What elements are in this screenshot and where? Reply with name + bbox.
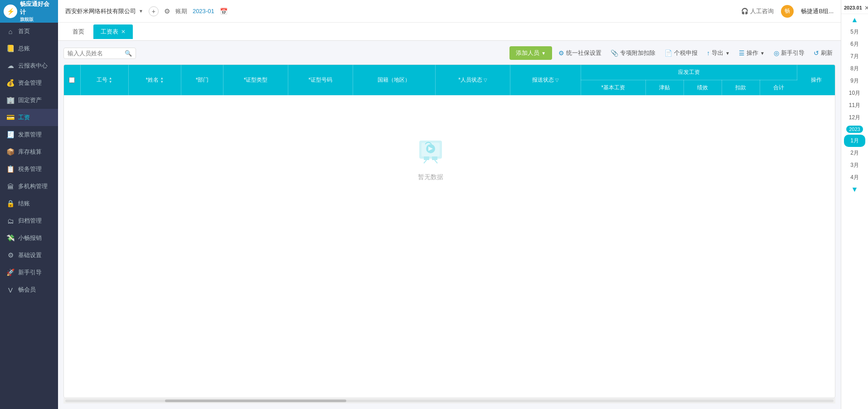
header-right: 🎧 人工咨询 畅 畅捷通B组... — [741, 5, 834, 18]
sidebar-label-assets: 固定资产 — [18, 96, 42, 104]
sidebar-item-archive[interactable]: 🗂 归档管理 — [0, 212, 58, 229]
sidebar-item-settings[interactable]: ⚙ 基础设置 — [0, 247, 58, 264]
tab-home[interactable]: 首页 — [65, 24, 92, 39]
export-label: 导出 — [712, 49, 723, 57]
support-button[interactable]: 🎧 人工咨询 — [741, 7, 774, 15]
sidebar-item-ledger[interactable]: 📒 总账 — [0, 40, 58, 57]
sidebar-item-multi-org[interactable]: 🏛 多机构管理 — [0, 178, 58, 195]
calendar-month-9[interactable]: 9月 — [841, 75, 868, 87]
sidebar-label-inventory: 库存核算 — [18, 148, 42, 156]
operations-button[interactable]: ☰ 操作 ▼ — [736, 47, 767, 59]
special-deduction-button[interactable]: 📎 专项附加扣除 — [608, 47, 658, 59]
tax-icon: 📋 — [6, 165, 15, 173]
personal-tax-label: 个税申报 — [674, 49, 698, 57]
guide-icon: 🚀 — [6, 268, 15, 277]
sidebar-item-invoice[interactable]: 🧾 发票管理 — [0, 126, 58, 143]
home-icon: ⌂ — [6, 28, 15, 35]
tab-close-icon[interactable]: ✕ — [121, 29, 126, 35]
export-chevron-icon: ▼ — [725, 51, 730, 56]
company-selector[interactable]: 西安虾米网络科技有限公司 ▼ — [65, 7, 143, 15]
calendar-month-3[interactable]: 3月 — [841, 159, 868, 171]
svg-rect-4 — [424, 156, 429, 160]
add-person-button[interactable]: 添加人员 ▼ — [509, 46, 552, 60]
calendar-year-badge[interactable]: 2023 — [846, 126, 863, 133]
calendar-month-2[interactable]: 2月 — [841, 147, 868, 159]
sidebar-item-expense[interactable]: 💸 小畅报销 — [0, 229, 58, 247]
refresh-button[interactable]: ↺ 刷新 — [811, 47, 835, 59]
social-settings-button[interactable]: ⚙ 统一社保设置 — [556, 47, 604, 59]
sidebar-label-invoice: 发票管理 — [18, 131, 42, 139]
calendar-month-4[interactable]: 4月 — [841, 171, 868, 184]
sidebar-item-checkout[interactable]: 🔒 结账 — [0, 195, 58, 212]
sidebar-item-member[interactable]: V 畅会员 — [0, 281, 58, 298]
deduction-icon: 📎 — [611, 49, 618, 57]
data-table-wrap: 工号 ▲▼ *姓名 ▲▼ *部门 — [63, 64, 835, 398]
refresh-label: 刷新 — [821, 49, 833, 57]
sidebar-item-inventory[interactable]: 📦 库存核算 — [0, 143, 58, 161]
personal-tax-button[interactable]: 📄 个税申报 — [662, 47, 700, 59]
cloud-icon: ☁ — [6, 62, 15, 70]
calendar-up-nav[interactable]: ▲ — [849, 14, 860, 26]
period-label: 账期 — [175, 7, 187, 15]
select-all-checkbox[interactable] — [69, 77, 75, 83]
sidebar-item-payroll[interactable]: 💳 工资 — [0, 109, 58, 126]
sidebar: ⚡ 畅应通好会计 旗舰版 ⌂ 首页 📒 总账 ☁ 云报表中心 💰 资金管理 🏢 … — [0, 0, 58, 409]
content-area: 🔍 添加人员 ▼ ⚙ 统一社保设置 📎 专项附加扣除 📄 个税申报 — [58, 41, 841, 409]
social-settings-label: 统一社保设置 — [566, 49, 601, 57]
user-avatar: 畅 — [781, 5, 794, 18]
settings-gear-icon[interactable]: ⚙ — [164, 7, 170, 15]
search-input[interactable] — [68, 50, 122, 57]
sidebar-label-ledger: 总账 — [18, 44, 30, 53]
horizontal-scrollbar[interactable] — [63, 398, 835, 404]
sidebar-item-cloud-report[interactable]: ☁ 云报表中心 — [0, 57, 58, 74]
person-status-filter-icon[interactable]: ▽ — [484, 78, 487, 83]
calendar-month-10[interactable]: 10月 — [841, 87, 868, 99]
calendar-month-11[interactable]: 11月 — [841, 99, 868, 112]
user-name[interactable]: 畅捷通B组... — [801, 7, 834, 15]
calendar-month-7[interactable]: 7月 — [841, 50, 868, 63]
calendar-month-1[interactable]: 1月 — [844, 135, 865, 147]
company-name: 西安虾米网络科技有限公司 — [65, 7, 136, 15]
calendar-month-6[interactable]: 6月 — [841, 38, 868, 50]
close-panel-button[interactable]: ✕ — [862, 3, 868, 13]
app-logo: ⚡ 畅应通好会计 旗舰版 — [0, 0, 58, 23]
social-icon: ⚙ — [558, 49, 564, 57]
guide-label: 新手引导 — [781, 49, 805, 57]
period-value[interactable]: 2023-01 — [193, 8, 214, 15]
scrollbar-thumb[interactable] — [165, 399, 346, 402]
guide-button[interactable]: ◎ 新手引导 — [771, 47, 807, 59]
sidebar-item-assets[interactable]: 🏢 固定资产 — [0, 92, 58, 109]
search-wrap[interactable]: 🔍 — [63, 48, 136, 59]
empty-text: 暂无数据 — [418, 173, 443, 181]
th-ops: 操作 — [797, 65, 835, 95]
add-company-button[interactable]: + — [149, 6, 159, 16]
th-cert-type: *证型类型 — [223, 65, 288, 95]
th-payable-group: 应发工资 — [581, 65, 797, 80]
add-chevron-icon: ▼ — [541, 51, 546, 56]
special-deduction-label: 专项附加扣除 — [620, 49, 655, 57]
calendar-month-8[interactable]: 8月 — [841, 63, 868, 75]
app-name: 畅应通好会计 — [20, 0, 54, 16]
payroll-table: 工号 ▲▼ *姓名 ▲▼ *部门 — [64, 65, 835, 218]
th-name: *姓名 ▲▼ — [128, 65, 181, 95]
tab-bar: 首页 工资表 ✕ — [58, 23, 841, 41]
ledger-icon: 📒 — [6, 44, 15, 53]
add-person-label: 添加人员 — [516, 49, 539, 57]
calendar-down-nav[interactable]: ▼ — [849, 184, 860, 195]
th-deduction: 扣款 — [722, 80, 760, 96]
search-icon: 🔍 — [125, 50, 132, 57]
submit-status-filter-icon[interactable]: ▽ — [555, 78, 559, 83]
calendar-month-12[interactable]: 12月 — [841, 112, 868, 124]
sidebar-item-tax[interactable]: 📋 税务管理 — [0, 161, 58, 178]
calendar-icon[interactable]: 📅 — [220, 8, 228, 15]
checkbox-header[interactable] — [64, 65, 80, 95]
sidebar-item-guide[interactable]: 🚀 新手引导 — [0, 264, 58, 281]
calendar-month-5[interactable]: 5月 — [841, 26, 868, 38]
sidebar-item-home[interactable]: ⌂ 首页 — [0, 23, 58, 40]
th-cert-no: *证型号码 — [288, 65, 353, 95]
archive-icon: 🗂 — [6, 217, 15, 225]
export-button[interactable]: ↑ 导出 ▼ — [704, 47, 732, 59]
svg-line-6 — [424, 160, 427, 163]
sidebar-item-funds[interactable]: 💰 资金管理 — [0, 74, 58, 92]
tab-payroll[interactable]: 工资表 ✕ — [93, 24, 133, 39]
